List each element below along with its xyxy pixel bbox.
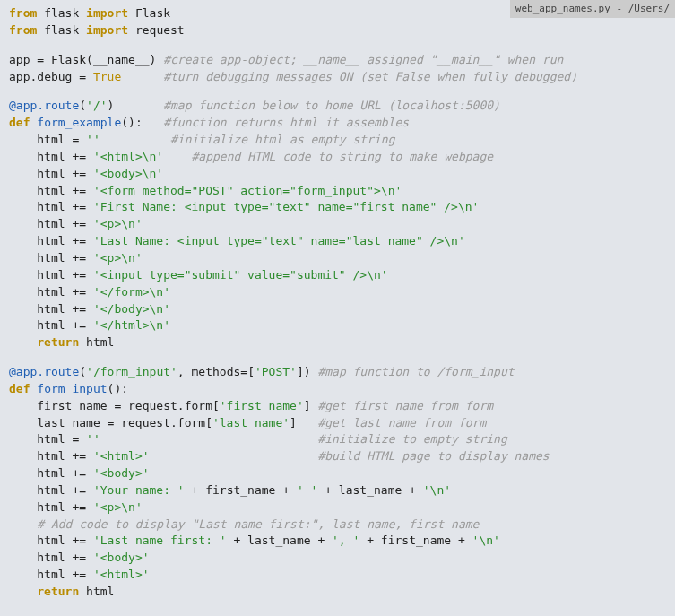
code-line: html += '<p>\n' [9,250,666,267]
code-line: # Add code to display "Last name first:"… [9,516,666,534]
code-line [9,85,666,98]
code-line [9,601,666,613]
code-line: last_name = request.form['last_name'] #g… [9,415,666,432]
code-line: html += '<html>' #build HTML page to dis… [9,448,666,465]
code-line: html += '<body>' [9,465,666,482]
code-line: html += '</form>\n' [9,284,666,301]
window-title: web_app_names.py - /Users/ [510,0,675,18]
code-line: html = '' #initialize html as empty stri… [9,132,666,149]
code-line: html += '<input type="submit" value="sub… [9,267,666,284]
code-line: html += 'First Name: <input type="text" … [9,199,666,216]
code-line: html += '</html>\n' [9,317,666,334]
code-line: def form_example(): #function returns ht… [9,115,666,132]
code-line: html += '<p>\n' [9,499,666,516]
code-line: @app.route('/') #map function below to h… [9,98,666,115]
code-line: return html [9,584,666,601]
code-line: from flask import request [9,22,666,39]
code-line: html = '' #initialize to empty string [9,431,666,448]
code-line: app.debug = True #turn debugging message… [9,69,666,86]
code-block: from flask import Flaskfrom flask import… [0,0,675,616]
code-line: html += '<html>\n' #append HTML code to … [9,149,666,166]
code-line: html += '<html>' [9,567,666,584]
code-line: html += 'Your name: ' + first_name + ' '… [9,482,666,499]
code-line: app = Flask(__name__) #create app-object… [9,52,666,69]
code-line: html += '<p>\n' [9,216,666,233]
code-line: return html [9,334,666,351]
code-line [9,39,666,52]
code-line: html += '<form method="POST" action="for… [9,183,666,200]
code-line: @app.route('/form_input', methods=['POST… [9,364,666,381]
code-line: html += '<body>\n' [9,166,666,183]
code-line: html += '</body>\n' [9,301,666,318]
code-line: html += 'Last Name: <input type="text" n… [9,233,666,250]
code-line: first_name = request.form['first_name'] … [9,398,666,415]
code-line [9,351,666,364]
code-line: html += 'Last name first: ' + last_name … [9,533,666,550]
code-line: html += '<body>' [9,550,666,567]
code-line: def form_input(): [9,381,666,398]
